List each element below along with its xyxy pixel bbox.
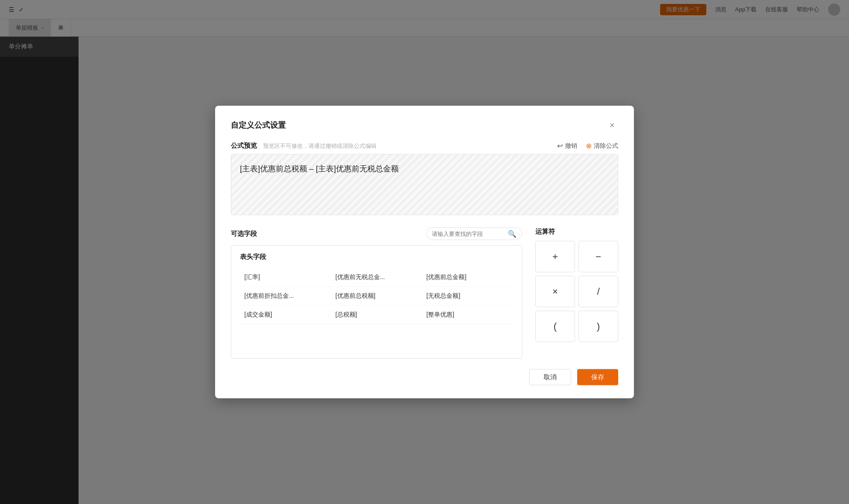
operator-button-−[interactable]: − [579, 241, 618, 272]
undo-button[interactable]: ↩ 撤销 [557, 142, 577, 150]
fields-list-container[interactable]: 表头字段 [汇率][优惠前无税总金...[优惠前总金额][优惠前折扣总金...[… [231, 245, 522, 359]
fields-grid: [汇率][优惠前无税总金...[优惠前总金额][优惠前折扣总金...[优惠前总税… [240, 268, 513, 324]
fields-header: 可选字段 🔍 [231, 228, 522, 240]
clear-icon: ⊗ [586, 142, 592, 150]
formula-preview-label: 公式预览 [231, 142, 257, 150]
undo-label: 撤销 [565, 142, 577, 150]
field-item[interactable]: [汇率] [240, 268, 331, 287]
modal-title: 自定义公式设置 [231, 120, 286, 130]
field-item[interactable]: [优惠前折扣总金... [240, 287, 331, 306]
formula-preview-hint: 预览区不可修改，请通过撤销或清除公式编辑 [263, 143, 377, 149]
modal-close-button[interactable]: × [606, 119, 618, 131]
cancel-button[interactable]: 取消 [529, 369, 571, 385]
operators-title: 运算符 [535, 228, 618, 236]
operator-button-)[interactable]: ) [579, 311, 618, 342]
operators-section: 运算符 +−×/() [535, 228, 618, 359]
modal-header: 自定义公式设置 × [231, 119, 618, 131]
field-item[interactable]: [无税总金额] [422, 287, 513, 306]
fields-title: 可选字段 [231, 230, 257, 238]
formula-preview-box: [主表]优惠前总税额 – [主表]优惠前无税总金额 [231, 154, 618, 215]
formula-actions: ↩ 撤销 ⊗ 清除公式 [557, 142, 618, 150]
field-item[interactable]: [成交金额] [240, 306, 331, 324]
field-item[interactable]: [优惠前无税总金... [331, 268, 422, 287]
operators-grid: +−×/() [535, 241, 618, 342]
operator-button-+[interactable]: + [535, 241, 575, 272]
fields-group-title: 表头字段 [240, 253, 513, 261]
operator-button-×[interactable]: × [535, 276, 575, 307]
bottom-section: 可选字段 🔍 表头字段 [汇率][优惠前无税总金...[优惠前总金额][优惠前折… [231, 228, 618, 359]
undo-icon: ↩ [557, 142, 563, 150]
formula-text: [主表]优惠前总税额 – [主表]优惠前无税总金额 [240, 164, 399, 173]
save-button[interactable]: 保存 [577, 369, 618, 385]
field-item[interactable]: [总税额] [331, 306, 422, 324]
clear-formula-label: 清除公式 [594, 142, 618, 150]
formula-preview-header: 公式预览 预览区不可修改，请通过撤销或清除公式编辑 ↩ 撤销 ⊗ 清除公式 [231, 142, 618, 150]
modal-footer: 取消 保存 [231, 369, 618, 385]
formula-label-group: 公式预览 预览区不可修改，请通过撤销或清除公式编辑 [231, 142, 377, 150]
field-item[interactable]: [整单优惠] [422, 306, 513, 324]
operator-button-/[interactable]: / [579, 276, 618, 307]
fields-section: 可选字段 🔍 表头字段 [汇率][优惠前无税总金...[优惠前总金额][优惠前折… [231, 228, 522, 359]
formula-modal: 自定义公式设置 × 公式预览 预览区不可修改，请通过撤销或清除公式编辑 ↩ 撤销… [215, 106, 634, 398]
field-item[interactable]: [优惠前总税额] [331, 287, 422, 306]
operator-button-([interactable]: ( [535, 311, 575, 342]
clear-formula-button[interactable]: ⊗ 清除公式 [586, 142, 618, 150]
fields-search-box: 🔍 [426, 228, 522, 240]
fields-search-input[interactable] [432, 231, 505, 237]
search-icon: 🔍 [508, 230, 517, 238]
field-item[interactable]: [优惠前总金额] [422, 268, 513, 287]
